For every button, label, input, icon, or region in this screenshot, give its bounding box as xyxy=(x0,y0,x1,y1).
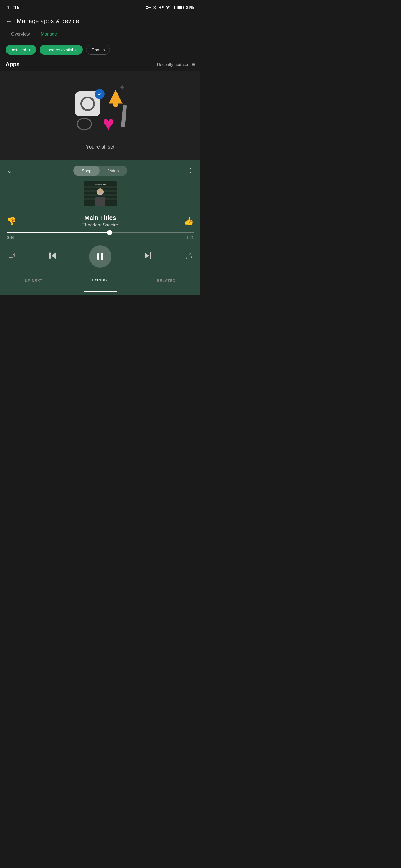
progress-times: 0:46 1:21 xyxy=(7,235,194,240)
svg-marker-26 xyxy=(145,252,149,259)
progress-track[interactable] xyxy=(7,232,194,233)
pause-button[interactable] xyxy=(89,245,111,268)
svg-rect-12 xyxy=(177,6,182,9)
sort-button[interactable]: Recently updated ≡ xyxy=(157,61,195,68)
check-badge-icon: ✓ xyxy=(95,89,105,99)
status-time: 11:15 xyxy=(7,5,20,10)
signal-icon xyxy=(172,6,175,9)
repeat-button[interactable] xyxy=(184,253,192,260)
apps-header: Apps Recently updated ≡ xyxy=(0,59,200,71)
track-center: Main Titles Theodore Shapiro xyxy=(82,214,118,227)
next-icon xyxy=(143,252,152,259)
previous-button[interactable] xyxy=(48,252,57,261)
track-artist: Theodore Shapiro xyxy=(82,223,118,227)
next-button[interactable] xyxy=(143,252,152,261)
svg-point-21 xyxy=(98,188,103,194)
track-info: 👎 Main Titles Theodore Shapiro 👍 xyxy=(0,212,200,232)
repeat-icon xyxy=(184,253,192,259)
album-art-svg: Severance xyxy=(84,181,117,207)
svg-rect-20 xyxy=(95,197,105,207)
tab-overview[interactable]: Overview xyxy=(6,28,35,40)
page-title: Manage apps & device xyxy=(17,18,79,25)
svg-rect-7 xyxy=(173,7,173,9)
music-player-panel: ⌄ Song Video ⋮ Severance xyxy=(0,160,200,294)
svg-rect-14 xyxy=(84,186,117,188)
bottom-indicator xyxy=(0,289,200,294)
battery-percent: 81% xyxy=(186,5,194,10)
svg-point-0 xyxy=(146,6,148,9)
you-are-set-text: You're all set xyxy=(86,144,114,151)
svg-text:Severance: Severance xyxy=(95,183,106,186)
player-tab-pills: Song Video xyxy=(73,165,127,176)
camera-lens-icon xyxy=(81,96,95,111)
svg-marker-22 xyxy=(52,252,56,259)
wifi-icon xyxy=(165,6,170,9)
album-art: Severance xyxy=(84,181,117,207)
shuffle-icon xyxy=(8,253,16,259)
apps-label: Apps xyxy=(6,61,20,68)
progress-fill xyxy=(7,232,110,233)
sort-icon: ≡ xyxy=(192,61,195,68)
previous-icon xyxy=(48,252,57,259)
status-icons: 81% xyxy=(146,5,194,10)
svg-rect-11 xyxy=(183,7,184,8)
battery-icon xyxy=(177,6,184,9)
chevron-down-icon: ▼ xyxy=(28,48,31,52)
track-title: Main Titles xyxy=(82,214,118,221)
chat-bubble-icon xyxy=(77,118,92,130)
tab-manage[interactable]: Manage xyxy=(35,28,63,40)
location-pin-icon xyxy=(109,90,122,107)
pause-icon xyxy=(95,251,105,261)
progress-thumb[interactable] xyxy=(107,230,112,235)
chip-updates[interactable]: Updates available xyxy=(39,45,83,55)
filter-row: Installed ▼ Updates available Games xyxy=(0,40,200,59)
thumbs-down-button[interactable]: 👎 xyxy=(7,216,17,226)
illustration-panel: ✦ ✓ ♥ You're all set xyxy=(0,71,200,160)
app-bar: ← Manage apps & device xyxy=(0,14,200,28)
progress-section[interactable]: 0:46 1:21 xyxy=(0,232,200,242)
tab-up-next[interactable]: UP NEXT xyxy=(25,278,42,283)
thumbs-up-button[interactable]: 👍 xyxy=(184,216,194,226)
bluetooth-icon xyxy=(152,5,157,10)
home-indicator xyxy=(84,291,117,292)
total-time: 1:21 xyxy=(186,235,194,240)
svg-rect-27 xyxy=(150,252,151,259)
pin-triangle xyxy=(109,90,122,104)
tab-pill-song[interactable]: Song xyxy=(73,165,100,176)
svg-rect-6 xyxy=(172,8,172,9)
svg-rect-8 xyxy=(174,6,175,9)
svg-rect-9 xyxy=(175,6,175,9)
chip-installed[interactable]: Installed ▼ xyxy=(6,45,36,55)
back-button[interactable]: ← xyxy=(6,17,12,25)
shuffle-button[interactable] xyxy=(8,253,16,260)
heart-icon: ♥ xyxy=(103,114,114,133)
bottom-tabs: UP NEXT LYRICS RELATED xyxy=(0,273,200,289)
current-time: 0:46 xyxy=(7,235,14,240)
tab-lyrics[interactable]: LYRICS xyxy=(92,278,107,283)
collapse-button[interactable]: ⌄ xyxy=(7,166,13,175)
player-top-bar: ⌄ Song Video ⋮ xyxy=(0,160,200,179)
status-bar: 11:15 8 xyxy=(0,0,200,14)
playback-controls xyxy=(0,242,200,273)
more-options-icon[interactable]: ⋮ xyxy=(188,167,194,175)
svg-rect-23 xyxy=(49,252,51,259)
svg-rect-25 xyxy=(101,253,103,260)
tab-pill-video[interactable]: Video xyxy=(100,165,127,176)
chip-games[interactable]: Games xyxy=(86,45,110,55)
tabs-row: Overview Manage xyxy=(0,28,200,40)
tab-related[interactable]: RELATED xyxy=(157,278,175,283)
illustration-area: ✦ ✓ ♥ xyxy=(69,80,131,141)
album-art-container: Severance xyxy=(0,179,200,212)
pencil-icon xyxy=(121,105,127,127)
svg-rect-24 xyxy=(97,253,99,260)
mute-icon xyxy=(159,5,164,10)
key-icon xyxy=(146,6,151,9)
